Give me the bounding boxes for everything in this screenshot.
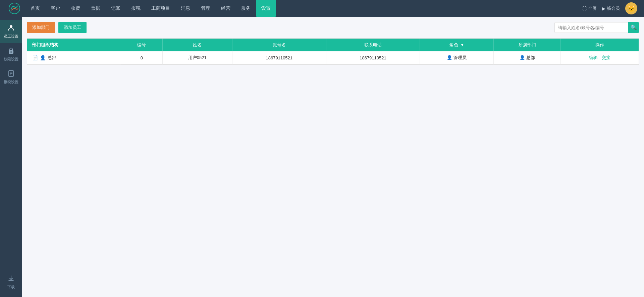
search-icon: 🔍 bbox=[631, 24, 637, 31]
sidebar-permission-label: 权限设置 bbox=[4, 57, 18, 62]
nav-operation[interactable]: 经营 bbox=[216, 0, 236, 17]
transfer-link[interactable]: 交接 bbox=[602, 55, 610, 60]
content-area: 部门组织结构 📄 👤 总部 编号 姓名 账号名 联系电话 角色 bbox=[27, 38, 639, 65]
cell-role: 👤管理员 bbox=[420, 51, 494, 64]
download-icon bbox=[8, 275, 14, 283]
cell-id: 0 bbox=[121, 51, 162, 64]
member-label: 畅会员 bbox=[607, 5, 620, 11]
cell-name: 用户0521 bbox=[162, 51, 232, 64]
sidebar-download[interactable]: 下载 bbox=[0, 271, 22, 294]
dept-user-icon: 👤 bbox=[40, 55, 46, 60]
main-content: 添加部门 添加员工 🔍 部门组织结构 📄 👤 总部 编号 bbox=[22, 17, 644, 297]
nav-service[interactable]: 服务 bbox=[236, 0, 256, 17]
col-dept: 所属部门 bbox=[494, 39, 561, 51]
nav-business[interactable]: 工商项目 bbox=[146, 0, 175, 17]
nav-invoice[interactable]: 票据 bbox=[86, 0, 106, 17]
col-role[interactable]: 角色 ▼ bbox=[420, 39, 494, 51]
sidebar-item-permission[interactable]: 权限设置 bbox=[0, 43, 22, 66]
dept-user-icon-cell: 👤 bbox=[520, 55, 525, 60]
avatar[interactable]: 🐱 bbox=[625, 2, 637, 14]
search-bar: 🔍 bbox=[554, 22, 639, 33]
col-phone: 联系电话 bbox=[326, 39, 420, 51]
fullscreen-label: 全屏 bbox=[588, 5, 597, 11]
dept-label: 总部 bbox=[48, 55, 56, 61]
sidebar-item-staff[interactable]: 员工设置 bbox=[0, 20, 22, 43]
table-header-row: 编号 姓名 账号名 联系电话 角色 ▼ 所属部门 操作 bbox=[121, 39, 639, 51]
logo bbox=[3, 2, 25, 14]
tax-settings-icon bbox=[8, 70, 14, 78]
nav-home[interactable]: 首页 bbox=[25, 0, 45, 17]
nav-settings[interactable]: 设置 bbox=[256, 0, 276, 17]
fullscreen-icon: ⛶ bbox=[582, 6, 587, 11]
tree-panel: 部门组织结构 📄 👤 总部 bbox=[27, 39, 121, 64]
fullscreen-button[interactable]: ⛶ 全屏 bbox=[582, 5, 597, 11]
col-id: 编号 bbox=[121, 39, 162, 51]
tree-item-headquarters[interactable]: 📄 👤 总部 bbox=[27, 51, 121, 64]
avatar-icon: 🐱 bbox=[627, 4, 636, 12]
sidebar-staff-label: 员工设置 bbox=[4, 34, 18, 39]
svg-point-3 bbox=[10, 51, 12, 53]
nav-tax[interactable]: 报税 bbox=[126, 0, 146, 17]
sidebar-tax-label: 报税设置 bbox=[4, 80, 18, 85]
role-user-icon: 👤 bbox=[447, 55, 452, 60]
add-staff-button[interactable]: 添加员工 bbox=[58, 22, 87, 33]
add-dept-button[interactable]: 添加部门 bbox=[27, 22, 55, 33]
cell-dept: 👤总部 bbox=[494, 51, 561, 64]
video-icon: ▶ bbox=[602, 6, 605, 11]
cell-phone: 18679110521 bbox=[326, 51, 420, 64]
table-panel: 编号 姓名 账号名 联系电话 角色 ▼ 所属部门 操作 0 用户0521 bbox=[121, 39, 639, 64]
tree-header: 部门组织结构 bbox=[27, 39, 121, 51]
nav-message[interactable]: 消息 bbox=[175, 0, 196, 17]
sidebar: 员工设置 权限设置 报税设置 bbox=[0, 17, 22, 297]
file-icon: 📄 bbox=[32, 55, 38, 60]
staff-icon bbox=[7, 24, 15, 33]
search-button[interactable]: 🔍 bbox=[628, 22, 639, 33]
top-nav: 首页 客户 收费 票据 记账 报税 工商项目 消息 管理 经营 服务 设置 ⛶ … bbox=[0, 0, 644, 17]
cell-actions: 编辑 交接 bbox=[561, 51, 639, 64]
sidebar-download-label: 下载 bbox=[7, 285, 15, 290]
nav-customer[interactable]: 客户 bbox=[45, 0, 65, 17]
search-input[interactable] bbox=[554, 22, 628, 33]
employee-table: 编号 姓名 账号名 联系电话 角色 ▼ 所属部门 操作 0 用户0521 bbox=[121, 39, 639, 64]
nav-items: 首页 客户 收费 票据 记账 报税 工商项目 消息 管理 经营 服务 设置 bbox=[25, 0, 582, 17]
table-row: 0 用户0521 18679110521 18679110521 👤管理员 👤总… bbox=[121, 51, 639, 64]
nav-manage[interactable]: 管理 bbox=[196, 0, 216, 17]
edit-link[interactable]: 编辑 bbox=[589, 55, 598, 60]
col-account: 账号名 bbox=[232, 39, 326, 51]
filter-icon: ▼ bbox=[460, 43, 464, 47]
nav-accounting[interactable]: 记账 bbox=[106, 0, 126, 17]
lock-icon bbox=[8, 47, 14, 55]
action-bar: 添加部门 添加员工 🔍 bbox=[27, 22, 639, 33]
svg-point-1 bbox=[10, 25, 12, 28]
nav-billing[interactable]: 收费 bbox=[65, 0, 86, 17]
col-name: 姓名 bbox=[162, 39, 232, 51]
sidebar-bottom: 下载 bbox=[0, 271, 22, 297]
col-actions: 操作 bbox=[561, 39, 639, 51]
cell-account: 18679110521 bbox=[232, 51, 326, 64]
sidebar-item-tax-settings[interactable]: 报税设置 bbox=[0, 66, 22, 89]
member-button[interactable]: ▶ 畅会员 bbox=[602, 5, 620, 11]
nav-right: ⛶ 全屏 ▶ 畅会员 🐱 bbox=[582, 2, 637, 14]
